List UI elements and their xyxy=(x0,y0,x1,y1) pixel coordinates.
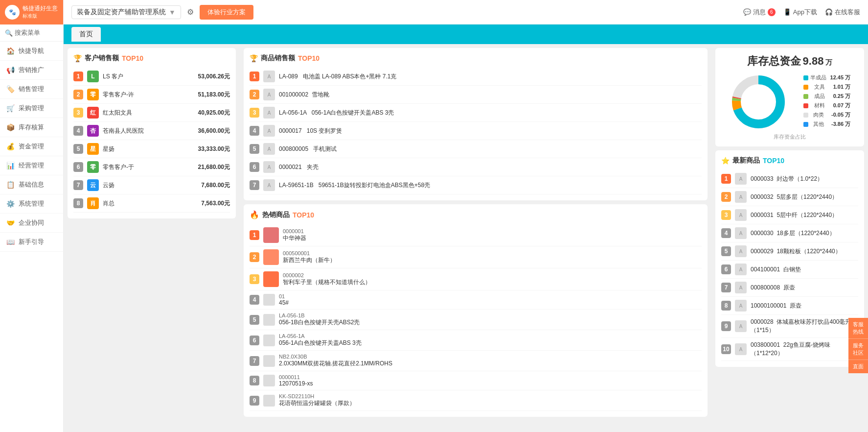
sidebar-item-basic-info[interactable]: 📋 基础信息 xyxy=(0,175,63,194)
rank-number: 4 xyxy=(73,126,83,136)
customer-name: LS 客户 xyxy=(103,72,194,81)
donut-container: 半成品 12.45 万 文具 1.01 万 成品 0.25 万 xyxy=(721,72,858,131)
sidebar-item-system[interactable]: ⚙️ 系统管理 xyxy=(0,194,63,214)
customer-value: 53,006.26元 xyxy=(198,72,230,81)
rank-number: 4 xyxy=(250,295,259,305)
rank-number: 2 xyxy=(73,90,83,99)
message-icon: 💬 xyxy=(743,8,751,16)
sidebar-item-finance[interactable]: 💰 资金管理 xyxy=(0,137,63,156)
rank-number: 8 xyxy=(250,376,259,385)
online-service-button[interactable]: 🎧 在线客服 xyxy=(825,8,860,17)
list-item: 2 A 001000002 雪地靴 xyxy=(250,86,702,104)
product-thumb: A xyxy=(735,173,747,185)
rank-number: 7 xyxy=(73,180,83,190)
avatar: 零 xyxy=(87,161,99,173)
legend-label: 肉类 xyxy=(810,111,827,119)
message-button[interactable]: 💬 消息 6 xyxy=(743,8,776,17)
direct-button[interactable]: 直面 xyxy=(848,360,868,373)
left-column: 🏆 客户销售额 TOP10 1 L LS 客户 53,006.26元 2 零 零… xyxy=(64,44,240,432)
rank-number: 2 xyxy=(250,90,259,99)
list-item: 6 A 0000021 夹壳 xyxy=(250,158,702,176)
hot-products-top10-card: 🔥 热销商品 TOP10 1 0000001 中华神器 2 0 xyxy=(244,204,708,417)
product-name: 智利车子里（规格不知道填什么） xyxy=(283,278,371,287)
product-code: 0000002 xyxy=(283,272,371,278)
product-info: 0000032 5层多层（1220*2440） xyxy=(751,193,858,201)
avatar: 肖 xyxy=(87,197,99,209)
product-code: NB2.0X30B xyxy=(279,354,392,360)
sidebar-item-cooperation[interactable]: 🤝 企业协同 xyxy=(0,214,63,233)
settings-icon[interactable]: ⚙ xyxy=(187,7,194,17)
list-item: 8 0000011 12070519-xs xyxy=(250,371,702,390)
legend-item: 其他 -3.86 万 xyxy=(803,120,851,128)
product-thumb: A xyxy=(263,107,275,119)
product-thumb: A xyxy=(263,179,275,191)
inventory-total: 库存总资金 9.88 万 xyxy=(721,54,858,69)
customer-value: 21,680.00元 xyxy=(198,163,230,171)
rank-number: 6 xyxy=(73,162,83,172)
header-right: 💬 消息 6 📱 App下载 🎧 在线客服 xyxy=(743,8,860,17)
rank-number: 2 xyxy=(721,192,731,202)
sidebar-item-label: 营销推广 xyxy=(19,66,44,74)
list-item: 4 A 0000017 10S 变刹罗煲 xyxy=(250,122,702,140)
product-thumb xyxy=(263,355,275,367)
legend-label: 成品 xyxy=(810,93,829,100)
legend-value: -0.05 万 xyxy=(831,111,850,119)
rank-number: 3 xyxy=(250,274,259,284)
product-code: 0000011 xyxy=(279,374,313,380)
rank-number: 1 xyxy=(250,230,259,240)
list-item: 3 红 红太阳文具 40,925.00元 xyxy=(73,104,230,122)
box-icon: 📦 xyxy=(6,123,15,132)
sidebar-item-inventory[interactable]: 📦 库存核算 xyxy=(0,118,63,137)
sidebar-search[interactable]: 🔍 搜索菜单 xyxy=(0,24,63,42)
rank-number: 9 xyxy=(721,321,731,331)
legend-dot xyxy=(803,94,808,99)
cart-icon: 🛒 xyxy=(6,104,15,113)
list-item: 9 A 0000028 体城嘉枚味苏打饮品400毫升（1*15） xyxy=(721,315,858,338)
sidebar-item-label: 系统管理 xyxy=(19,199,44,208)
customer-name: 肖总 xyxy=(103,199,197,208)
sidebar-item-marketing[interactable]: 📢 营销推广 xyxy=(0,61,63,80)
rank-number: 6 xyxy=(721,264,731,274)
dropdown-icon[interactable]: ▼ xyxy=(169,8,176,16)
rank-number: 10 xyxy=(721,344,731,354)
home-icon: 🏠 xyxy=(6,47,15,55)
customer-name: 云扬 xyxy=(103,181,197,190)
product-thumb: A xyxy=(735,245,747,257)
product-info: 0000031 5层中纤（1220*2440） xyxy=(751,211,858,219)
sidebar-item-guide[interactable]: 📖 新手引导 xyxy=(0,233,63,252)
list-item: 7 A LA-59651-1B 59651-1B旋转投影灯电池盒ABS黑色+58… xyxy=(250,176,702,194)
sidebar-item-purchase[interactable]: 🛒 采购管理 xyxy=(0,99,63,118)
sidebar-item-label: 经营管理 xyxy=(19,161,44,170)
service-community-button[interactable]: 服务 社区 xyxy=(848,339,868,360)
list-item: 1 A LA-089 电池盖 LA-089 ABS本色+黑种 7.1克 xyxy=(250,68,702,86)
new-products-card: ⭐ 最新商品 TOP10 1 A 0000033 封边带（1.0*22） 2 A… xyxy=(715,150,864,367)
money-icon: 💰 xyxy=(6,142,15,151)
legend-value: 0.07 万 xyxy=(833,102,850,109)
customer-name: 零售客户-于 xyxy=(103,163,194,171)
list-item: 6 LA-056-1A 056-1A白色按键开关盖ABS 3壳 xyxy=(250,330,702,351)
rank-number: 7 xyxy=(250,180,259,190)
avatar: 星 xyxy=(87,143,99,155)
inventory-chart-label: 库存资金占比 xyxy=(721,133,858,141)
product-thumb: A xyxy=(263,71,275,82)
customer-value: 51,183.00元 xyxy=(198,91,230,99)
product-thumb xyxy=(263,375,275,386)
product-code: 01 xyxy=(279,293,289,299)
phone-icon: 📱 xyxy=(783,8,791,16)
sidebar-item-quick-nav[interactable]: 🏠 快捷导航 xyxy=(0,42,63,61)
sidebar-item-label: 企业协同 xyxy=(19,218,44,227)
trial-button[interactable]: 体验行业方案 xyxy=(200,5,253,20)
sidebar-item-operations[interactable]: 📊 经营管理 xyxy=(0,156,63,175)
tab-home[interactable]: 首页 xyxy=(71,27,101,42)
app-download-button[interactable]: 📱 App下载 xyxy=(783,8,817,17)
rank-number: 7 xyxy=(721,283,731,292)
product-name: 056-1B白色按键开关壳ABS2壳 xyxy=(279,318,360,327)
rank-number: 5 xyxy=(721,246,731,256)
message-badge: 6 xyxy=(768,8,776,16)
customer-service-button[interactable]: 客服 热线 xyxy=(848,318,868,339)
system-name: 装备及固定资产辅助管理系统 ▼ xyxy=(71,5,181,19)
sidebar-item-sales[interactable]: 🏷️ 销售管理 xyxy=(0,80,63,99)
legend-item: 半成品 12.45 万 xyxy=(803,74,851,81)
rank-number: 3 xyxy=(73,108,83,118)
product-info: 000800005 手机测试 xyxy=(279,145,702,153)
